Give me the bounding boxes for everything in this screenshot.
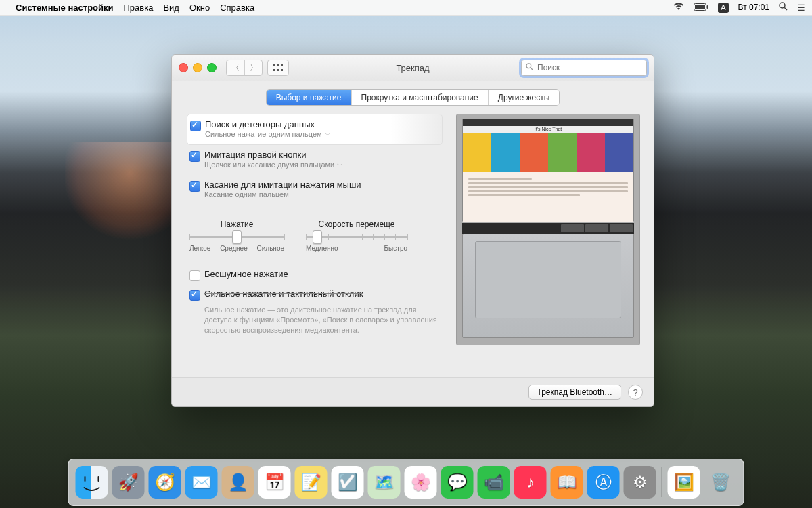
menu-app-name[interactable]: Системные настройки	[16, 3, 114, 13]
dock: 🚀🧭✉️👤📅📝☑️🗺️🌸💬📹♪📖Ⓐ⚙ 🖼️ 🗑️	[68, 459, 744, 506]
option-force-title: Сильное нажатие и тактильный отклик	[204, 289, 443, 299]
trackpad-content: Поиск и детекторы данных Сильное нажатие…	[172, 114, 654, 377]
battery-icon[interactable]	[694, 3, 708, 13]
menu-item-view[interactable]: Вид	[163, 3, 179, 13]
dock-app-launchpad[interactable]: 🚀	[112, 466, 145, 499]
window-minimize-button[interactable]	[193, 63, 202, 72]
dock-app-ibooks[interactable]: 📖	[551, 466, 583, 499]
click-tick-firm: Сильное	[257, 245, 285, 252]
wifi-icon[interactable]	[673, 3, 684, 13]
click-pressure-slider[interactable]	[189, 232, 284, 242]
option-secondary-click-sub[interactable]: Щелчок или касание двумя пальцами	[204, 161, 334, 169]
checkbox-lookup[interactable]	[190, 121, 201, 131]
click-pressure-slider-block: Нажатие Легкое Среднее Сильное	[189, 219, 284, 252]
dock-app-maps[interactable]: 🗺️	[368, 466, 401, 499]
chevron-down-icon[interactable]: ﹀	[337, 162, 343, 169]
tab-point-click[interactable]: Выбор и нажатие	[267, 90, 351, 105]
nav-back-forward: 〈 〉	[226, 60, 263, 76]
dock-app-photos[interactable]: 🌸	[405, 466, 437, 499]
speed-tick-fast: Быстро	[384, 245, 407, 252]
window-titlebar[interactable]: 〈 〉 Трекпад	[172, 55, 654, 81]
speed-slider-label: Скорость перемеще	[306, 219, 407, 229]
menu-clock[interactable]: Вт 07:01	[738, 3, 769, 12]
tab-more-gestures[interactable]: Другие жесты	[488, 90, 560, 105]
option-lookup[interactable]: Поиск и детекторы данных Сильное нажатие…	[187, 114, 443, 145]
menu-item-help[interactable]: Справка	[220, 3, 254, 13]
option-secondary-click[interactable]: Имитация правой кнопки Щелчок или касани…	[187, 145, 443, 175]
tab-scroll-zoom[interactable]: Прокрутка и масштабирование	[351, 90, 488, 105]
trackpad-preferences-window: 〈 〉 Трекпад Выбор и нажатие Прокрутка и …	[171, 54, 654, 407]
window-zoom-button[interactable]	[207, 63, 217, 72]
window-footer: Трекпад Bluetooth… ?	[172, 377, 654, 406]
tracking-speed-slider-block: Скорость перемеще Медленно Быстро	[306, 219, 407, 252]
chevron-down-icon[interactable]: ﹀	[325, 131, 331, 138]
dock-app-messages[interactable]: 💬	[441, 466, 474, 499]
svg-line-12	[531, 68, 533, 70]
svg-rect-5	[273, 64, 275, 66]
dock-app-calendar[interactable]: 📅	[258, 466, 291, 499]
click-tick-medium: Среднее	[220, 245, 248, 252]
dock-separator	[662, 467, 662, 497]
svg-point-11	[526, 64, 531, 68]
svg-rect-2	[707, 5, 708, 9]
click-slider-label: Нажатие	[189, 219, 284, 229]
svg-rect-10	[281, 69, 283, 71]
dock-app-facetime[interactable]: 📹	[478, 466, 510, 499]
tracking-speed-slider[interactable]	[306, 232, 407, 242]
input-source-indicator[interactable]: A	[718, 3, 728, 13]
option-tap-title: Касание для имитации нажатия мыши	[204, 179, 443, 190]
force-click-description: Сильное нажатие — это длительное нажатие…	[204, 305, 443, 335]
dock-tile-screenshot-tile[interactable]: 🖼️	[668, 466, 700, 499]
checkbox-silent-click[interactable]	[189, 270, 200, 281]
option-tap-to-click[interactable]: Касание для имитации нажатия мыши Касани…	[187, 175, 443, 203]
click-tick-light: Легкое	[189, 245, 210, 252]
search-icon	[526, 63, 533, 72]
option-lookup-title: Поиск и детекторы данных	[205, 119, 442, 129]
svg-line-4	[784, 7, 787, 10]
menu-item-edit[interactable]: Правка	[124, 3, 154, 13]
svg-rect-1	[695, 5, 705, 9]
checkbox-force-click[interactable]	[189, 290, 200, 301]
trackpad-tabs: Выбор и нажатие Прокрутка и масштабирова…	[172, 81, 654, 114]
bluetooth-trackpad-button[interactable]: Трекпад Bluetooth…	[528, 385, 621, 400]
option-silent-click[interactable]: Бесшумное нажатие	[187, 264, 443, 284]
window-close-button[interactable]	[179, 63, 188, 72]
option-force-click[interactable]: Сильное нажатие и тактильный отклик	[187, 284, 443, 303]
nav-back-button[interactable]: 〈	[227, 60, 244, 75]
option-lookup-sub[interactable]: Сильное нажатие одним пальцем	[205, 130, 322, 138]
dock-app-itunes[interactable]: ♪	[514, 466, 547, 499]
spotlight-icon[interactable]	[779, 2, 788, 13]
dock-app-contacts[interactable]: 👤	[222, 466, 254, 499]
dock-app-notes[interactable]: 📝	[295, 466, 328, 499]
dock-trash[interactable]: 🗑️	[704, 466, 737, 499]
svg-point-3	[780, 3, 785, 8]
option-secondary-click-title: Имитация правой кнопки	[204, 150, 443, 160]
prefs-search-input[interactable]	[536, 62, 642, 73]
svg-rect-7	[281, 64, 283, 66]
prefs-search-field[interactable]	[521, 60, 647, 76]
speed-tick-slow: Медленно	[306, 245, 338, 252]
dock-app-finder[interactable]	[76, 466, 108, 499]
option-silent-title: Бесшумное нажатие	[204, 269, 443, 279]
dock-app-safari[interactable]: 🧭	[149, 466, 181, 499]
svg-rect-9	[277, 69, 279, 71]
dock-app-appstore[interactable]: Ⓐ	[587, 466, 620, 499]
show-all-prefs-button[interactable]	[267, 60, 289, 76]
menu-item-window[interactable]: Окно	[189, 3, 210, 13]
dock-app-mail[interactable]: ✉️	[185, 466, 218, 499]
help-button[interactable]: ?	[628, 385, 643, 400]
svg-rect-6	[277, 64, 279, 66]
menu-bar: Системные настройки Правка Вид Окно Спра…	[0, 0, 812, 16]
notification-center-icon[interactable]: ☰	[797, 3, 805, 13]
option-tap-sub: Касание одним пальцем	[204, 190, 443, 198]
nav-forward-button[interactable]: 〉	[244, 60, 262, 75]
svg-rect-8	[273, 69, 275, 71]
checkbox-secondary-click[interactable]	[189, 151, 200, 162]
gesture-preview: It's Nice That	[456, 114, 640, 345]
dock-app-reminders[interactable]: ☑️	[332, 466, 364, 499]
checkbox-tap-to-click[interactable]	[189, 181, 200, 192]
preview-caption: It's Nice That	[463, 126, 633, 133]
dock-app-system-preferences[interactable]: ⚙	[624, 466, 656, 499]
